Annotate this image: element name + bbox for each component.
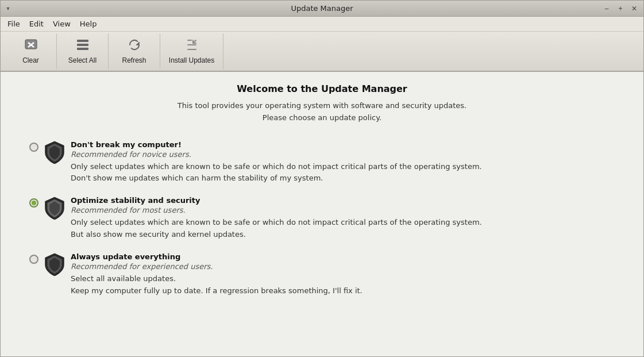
policy-options: Don't break my computer! Recommended for…: [18, 140, 626, 297]
select-all-icon: [76, 38, 90, 54]
policy-option-optimize: Optimize stability and security Recommen…: [29, 196, 615, 241]
menu-view[interactable]: View: [48, 18, 75, 30]
welcome-desc1: This tool provides your operating system…: [18, 100, 626, 112]
policy-recommend-always-update: Recommended for experienced users.: [71, 262, 615, 271]
clear-icon: [24, 38, 38, 54]
shield-icon-always-update: [44, 252, 65, 277]
main-window: ▾ Update Manager – + ✕ File Edit View He…: [0, 0, 644, 357]
content-area: Welcome to the Update Manager This tool …: [1, 72, 643, 356]
title-bar: ▾ Update Manager – + ✕: [1, 1, 643, 17]
policy-text-always-update: Always update everything Recommended for…: [71, 252, 615, 297]
title-bar-left: ▾: [5, 6, 11, 11]
close-button[interactable]: ✕: [630, 4, 639, 13]
menu-help[interactable]: Help: [75, 18, 102, 30]
refresh-label: Refresh: [122, 56, 146, 64]
clear-button[interactable]: Clear: [5, 33, 57, 69]
svg-rect-3: [77, 40, 88, 42]
policy-desc-optimize: Only select updates which are known to b…: [71, 217, 615, 241]
radio-dont-break[interactable]: [29, 143, 38, 152]
minimize-button[interactable]: –: [602, 4, 611, 13]
select-all-label: Select All: [68, 56, 97, 64]
window-controls: – + ✕: [602, 4, 639, 13]
refresh-icon: [128, 38, 141, 54]
shield-icon-dont-break: [44, 140, 65, 164]
refresh-button[interactable]: Refresh: [109, 33, 160, 69]
clear-label: Clear: [22, 56, 39, 64]
policy-text-dont-break: Don't break my computer! Recommended for…: [71, 140, 615, 185]
policy-recommend-optimize: Recommended for most users.: [71, 206, 615, 214]
window-menu-arrow[interactable]: ▾: [5, 6, 11, 11]
svg-rect-5: [77, 48, 88, 50]
policy-option-dont-break: Don't break my computer! Recommended for…: [29, 140, 615, 185]
policy-name-always-update: Always update everything: [71, 252, 615, 261]
policy-desc-always-update: Select all available updates. Keep my co…: [71, 273, 615, 297]
select-all-button[interactable]: Select All: [57, 33, 109, 69]
menu-file[interactable]: File: [3, 18, 25, 30]
policy-recommend-dont-break: Recommended for novice users.: [71, 150, 615, 159]
policy-name-optimize: Optimize stability and security: [71, 196, 615, 205]
welcome-title: Welcome to the Update Manager: [18, 83, 626, 94]
radio-always-update[interactable]: [29, 255, 38, 264]
radio-optimize[interactable]: [29, 198, 38, 208]
install-updates-label: Install Updates: [169, 56, 214, 64]
shield-icon-optimize: [44, 196, 65, 220]
welcome-section: Welcome to the Update Manager This tool …: [18, 83, 626, 124]
menu-edit[interactable]: Edit: [25, 18, 48, 30]
welcome-desc2: Please choose an update policy.: [18, 112, 626, 124]
policy-name-dont-break: Don't break my computer!: [71, 140, 615, 149]
menu-bar: File Edit View Help: [1, 17, 643, 32]
svg-rect-4: [77, 44, 88, 46]
policy-text-optimize: Optimize stability and security Recommen…: [71, 196, 615, 241]
toolbar: Clear Select All Refresh: [1, 32, 643, 72]
window-title: Update Manager: [291, 4, 353, 13]
maximize-button[interactable]: +: [616, 4, 625, 13]
install-updates-icon: [185, 38, 199, 54]
policy-option-always-update: Always update everything Recommended for…: [29, 252, 615, 297]
policy-desc-dont-break: Only select updates which are known to b…: [71, 161, 615, 185]
install-updates-button[interactable]: Install Updates: [160, 33, 223, 69]
